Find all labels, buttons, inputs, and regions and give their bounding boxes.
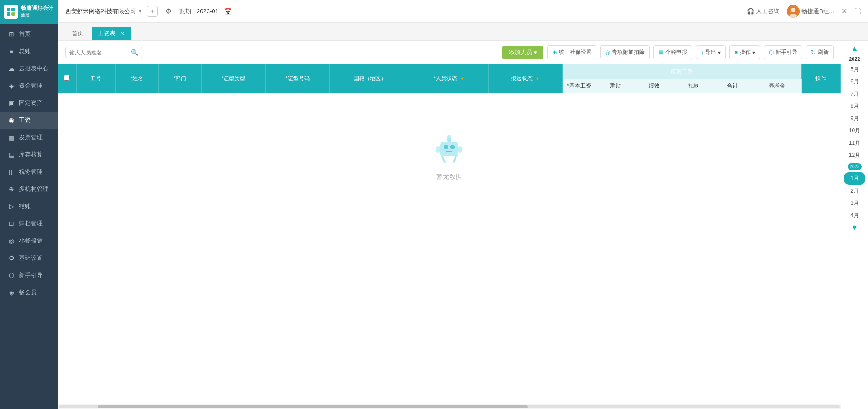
month-7[interactable]: 7月: [841, 88, 868, 100]
tab-salary[interactable]: 工资表 ✕: [92, 27, 131, 40]
tax-report-button[interactable]: ▤ 个税申报: [653, 45, 692, 59]
sidebar-item-archive[interactable]: ⊟ 归档管理: [0, 215, 58, 232]
col-id-number: *证型号码: [266, 64, 330, 93]
guide-button[interactable]: ⬡ 新手引导: [764, 45, 802, 59]
export-button[interactable]: ↓ 导出 ▾: [696, 45, 726, 59]
search-icon: 🔍: [131, 49, 138, 56]
panel-up-arrow[interactable]: ▲: [849, 43, 860, 54]
period-label: 账期: [179, 7, 191, 15]
sidebar-label-ledger: 总账: [19, 47, 31, 55]
header-right: 🎧 人工咨询 畅捷通B组... ✕ ⛶: [747, 5, 861, 18]
sidebar-item-guide[interactable]: ⬡ 新手引导: [0, 267, 58, 284]
month-1[interactable]: 1月: [844, 172, 865, 185]
ledger-icon: ≡: [7, 48, 15, 55]
sidebar-item-tax[interactable]: ◫ 税务管理: [0, 163, 58, 180]
company-selector[interactable]: 西安虾米网络科技有限公司 ▾: [65, 7, 141, 15]
month-2[interactable]: 2月: [841, 185, 868, 197]
app-name: 畅庸通好会计: [21, 5, 53, 12]
month-6[interactable]: 6月: [841, 76, 868, 88]
refresh-button[interactable]: ↻ 刷新: [806, 45, 834, 59]
tab-home[interactable]: 首页: [65, 27, 90, 40]
sidebar-item-fund[interactable]: ◈ 资金管理: [0, 77, 58, 94]
window-maximize-button[interactable]: ⛶: [854, 8, 861, 15]
status-filter-icon[interactable]: ▼: [460, 76, 465, 81]
guide-icon: ⬡: [7, 272, 15, 279]
sidebar-label-settings: 基础设置: [19, 254, 43, 262]
month-9[interactable]: 9月: [841, 112, 868, 125]
sidebar-item-member[interactable]: ◈ 畅会员: [0, 284, 58, 301]
refresh-icon: ↻: [811, 49, 816, 56]
sub-col-performance: 绩效: [635, 79, 674, 93]
calendar-icon[interactable]: 📅: [224, 8, 232, 15]
add-company-button[interactable]: +: [147, 6, 158, 17]
tab-home-label: 首页: [72, 30, 83, 37]
panel-down-arrow[interactable]: ▼: [849, 222, 860, 234]
col-salary-group: 应发工资: [563, 64, 802, 79]
table-wrapper: 工号 *姓名 *部门 *证型类型 *证型号码 国籍（地区） *人员状态 ▼: [58, 64, 841, 404]
month-11[interactable]: 11月: [841, 137, 868, 149]
sidebar-item-settings[interactable]: ⚙ 基础设置: [0, 249, 58, 267]
prev-year-label: 2022: [849, 54, 860, 63]
col-number: 工号: [76, 64, 115, 93]
company-dropdown-icon: ▾: [139, 8, 141, 14]
user-menu[interactable]: 畅捷通B组...: [787, 5, 834, 18]
operations-button[interactable]: ≡ 操作 ▾: [729, 45, 760, 59]
sidebar-item-home[interactable]: ⊞ 首页: [0, 25, 58, 43]
col-report-status[interactable]: 报送状态 ▼: [488, 64, 562, 93]
sidebar-item-invoice[interactable]: ▤ 发票管理: [0, 129, 58, 146]
scrollbar-track[interactable]: [59, 405, 840, 408]
social-security-button[interactable]: ⊕ 统一社保设置: [547, 45, 596, 59]
sidebar-item-cloud-report[interactable]: ☁ 云报表中心: [0, 60, 58, 77]
window-close-button[interactable]: ✕: [841, 7, 847, 15]
add-person-button[interactable]: 添加人员 ▾: [502, 46, 543, 59]
main-area: 西安虾米网络科技有限公司 ▾ + ⚙ 账期 2023-01 📅 🎧 人工咨询: [58, 0, 868, 409]
month-10[interactable]: 10月: [841, 125, 868, 137]
month-12[interactable]: 12月: [841, 149, 868, 161]
export-icon: ↓: [701, 49, 704, 56]
app-logo: 畅庸通好会计 旗版: [0, 0, 58, 24]
special-deduction-button[interactable]: ◎ 专项附加扣除: [600, 45, 650, 59]
sidebar-item-ledger[interactable]: ≡ 总账: [0, 43, 58, 60]
company-name: 西安虾米网络科技有限公司: [65, 7, 136, 15]
sidebar-item-expense[interactable]: ◎ 小畅报销: [0, 232, 58, 249]
sidebar-nav: ⊞ 首页 ≡ 总账 ☁ 云报表中心 ◈ 资金管理 ▣ 固定资产 ◉ 工资 ▤ 发…: [0, 24, 58, 409]
sidebar-item-inventory[interactable]: ▦ 库存核算: [0, 146, 58, 163]
period-value: 2023-01: [197, 8, 218, 15]
month-3[interactable]: 3月: [841, 197, 868, 209]
col-nationality: 国籍（地区）: [330, 64, 410, 93]
sidebar-item-multi-org[interactable]: ⊕ 多机构管理: [0, 180, 58, 198]
month-4[interactable]: 4月: [841, 209, 868, 222]
support-label: 人工咨询: [756, 7, 780, 15]
cloud-icon: ☁: [7, 65, 15, 72]
search-box[interactable]: 🔍: [65, 47, 142, 58]
empty-icon: [431, 129, 467, 166]
support-button[interactable]: 🎧 人工咨询: [747, 7, 780, 15]
tab-salary-close[interactable]: ✕: [120, 30, 125, 37]
horizontal-scrollbar[interactable]: [58, 404, 841, 409]
svg-rect-7: [440, 142, 458, 156]
scrollbar-thumb[interactable]: [98, 405, 528, 408]
multi-org-icon: ⊕: [7, 185, 15, 193]
sidebar-label-tax: 税务管理: [19, 168, 43, 176]
svg-rect-2: [7, 12, 10, 16]
close-period-icon: ▷: [7, 203, 15, 210]
sidebar-item-asset[interactable]: ▣ 固定资产: [0, 94, 58, 112]
sidebar-label-expense: 小畅报销: [19, 237, 43, 245]
sidebar-item-salary[interactable]: ◉ 工资: [0, 112, 58, 129]
month-5[interactable]: 5月: [841, 63, 868, 76]
toolbar: 🔍 添加人员 ▾ ⊕ 统一社保设置 ◎ 专项附加扣除: [58, 41, 841, 64]
logo-icon: [4, 5, 18, 19]
tax-icon: ▤: [658, 49, 664, 56]
col-status[interactable]: *人员状态 ▼: [410, 64, 488, 93]
select-all-checkbox[interactable]: [64, 75, 70, 81]
search-input[interactable]: [69, 49, 128, 56]
select-all-header[interactable]: [58, 64, 76, 93]
report-filter-icon[interactable]: ▼: [535, 76, 540, 81]
month-8[interactable]: 8月: [841, 100, 868, 112]
company-settings-button[interactable]: ⚙: [163, 6, 174, 17]
sidebar-item-close[interactable]: ▷ 结账: [0, 198, 58, 215]
invoice-icon: ▤: [7, 134, 15, 141]
member-icon: ◈: [7, 289, 15, 296]
col-department: *部门: [158, 64, 201, 93]
col-name: *姓名: [115, 64, 158, 93]
